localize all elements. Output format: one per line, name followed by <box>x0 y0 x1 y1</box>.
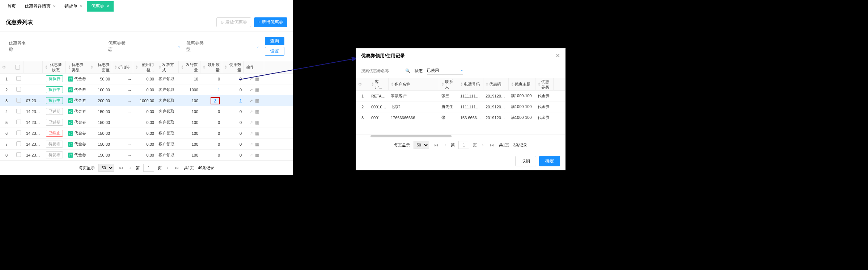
cell-claim-qty: 0 <box>200 142 222 146</box>
col-status[interactable]: ▲▼优惠券状态 <box>43 61 66 73</box>
cell-claim-qty: 3 <box>200 97 222 104</box>
table-row[interactable]: 1 待执行 代代金券 50.00 -- 0.00 客户领取 10 0 0 ↗▦ <box>0 74 293 84</box>
col-customer[interactable]: ▲▼客户... <box>369 78 389 90</box>
close-icon[interactable]: ✕ <box>80 4 82 8</box>
scrollbar-thumb[interactable] <box>371 135 452 137</box>
row-number: 6 <box>0 131 13 136</box>
settings-button[interactable]: 设置 <box>265 47 284 56</box>
cell-method: 客户领取 <box>156 152 179 158</box>
row-checkbox[interactable] <box>13 98 24 103</box>
row-checkbox[interactable] <box>13 109 24 114</box>
add-coupon-button[interactable]: 新增优惠券 <box>254 17 287 27</box>
table-row[interactable]: 6 14 23:59 已终止 代代金券 150.00 -- 0.00 客户领取 … <box>0 128 293 139</box>
row-checkbox[interactable] <box>13 130 24 136</box>
page-input[interactable] <box>458 141 469 149</box>
search-icon[interactable]: 🔍 <box>405 68 410 73</box>
page-input[interactable] <box>143 164 154 172</box>
share-icon[interactable]: ↗ <box>249 87 253 92</box>
table-row[interactable]: 7 14 23:59 待发布 代代金券 150.00 -- 0.00 客户领取 … <box>0 139 293 150</box>
claim-link[interactable]: 3 <box>214 99 216 103</box>
qrcode-icon[interactable]: ▦ <box>255 120 259 125</box>
page-last-button[interactable]: ⏭ <box>173 166 180 170</box>
modal-scrollbar[interactable] <box>356 134 565 138</box>
filter-name-input[interactable] <box>30 42 102 51</box>
col-customer-name[interactable]: ▲▼客户名称 <box>389 78 439 90</box>
col-coupon-type[interactable]: ▲▼优惠券类 <box>535 78 554 90</box>
qrcode-icon[interactable]: ▦ <box>255 76 259 82</box>
close-icon[interactable]: ✕ <box>53 4 56 8</box>
col-gear[interactable]: ⚙ <box>356 78 369 90</box>
confirm-button[interactable]: 确定 <box>539 156 560 166</box>
table-row[interactable]: 1 RETAIL... 零散客户 张三 11111111111 20191207… <box>356 91 565 101</box>
table-row[interactable]: 2 执行中 代代金券 100.00 -- 0.00 客户领取 1000 1 0 … <box>0 84 293 95</box>
table-row[interactable]: 4 14 23:59 已过期 代代金券 150.00 -- 0.00 客户领取 … <box>0 106 293 117</box>
col-checkbox[interactable] <box>13 61 24 73</box>
table-row[interactable]: 3 07 23:59 执行中 代代金券 200.00 -- 1000.00 客户… <box>0 95 293 106</box>
col-gear[interactable]: ⚙ <box>0 61 13 73</box>
col-issue-qty[interactable]: ▲▼发行数量 <box>179 61 200 73</box>
type-badge: 代代金券 <box>68 141 86 147</box>
qrcode-icon[interactable]: ▦ <box>255 87 259 92</box>
filter-status-select[interactable]: ⌄ <box>130 42 181 51</box>
col-type[interactable]: ▲▼优惠券类型 <box>66 61 88 73</box>
col-discount[interactable]: ▲▼折扣% <box>112 61 133 73</box>
issue-coupon-button[interactable]: 发放优惠券 <box>216 17 251 27</box>
tab[interactable]: 优惠券✕ <box>87 1 114 12</box>
per-page-select[interactable]: 50 <box>98 164 114 172</box>
col-phone[interactable]: ▲▼电话号码 <box>458 78 483 90</box>
page-last-button[interactable]: ⏭ <box>488 143 495 147</box>
cell-method: 客户领取 <box>156 98 179 103</box>
search-input[interactable] <box>361 67 401 74</box>
page-next-button[interactable]: › <box>480 143 485 147</box>
search-button[interactable]: 查询 <box>265 37 284 45</box>
claim-link[interactable]: 1 <box>218 88 220 92</box>
col-face-value[interactable]: ▲▼优惠券面值 <box>88 61 112 73</box>
cell-threshold: 0.00 <box>133 88 156 92</box>
table-row[interactable]: 8 14 23:59 待发布 代代金券 150.00 -- 0.00 客户领取 … <box>0 150 293 161</box>
col-code[interactable]: ▲▼优惠码 <box>483 78 509 90</box>
tab[interactable]: 首页 <box>3 1 20 12</box>
share-icon[interactable]: ↗ <box>249 98 253 103</box>
row-checkbox[interactable] <box>13 87 24 92</box>
modal-status-select[interactable]: 已使用 ⌄ <box>427 67 463 75</box>
sort-icon: ▲▼ <box>114 65 117 70</box>
col-use-qty[interactable]: ▲▼使用数量 <box>222 61 244 73</box>
checkbox-icon <box>16 98 21 103</box>
close-icon[interactable]: ✕ <box>106 4 109 8</box>
row-checkbox[interactable] <box>13 76 24 82</box>
voucher-icon: 代 <box>68 109 73 114</box>
col-claim-qty[interactable]: ▲▼领用数量 <box>200 61 222 73</box>
table-row[interactable]: 3 0001 17666666666 张 156 6666 6... 20191… <box>356 112 565 123</box>
use-link[interactable]: 1 <box>240 99 242 103</box>
row-checkbox[interactable] <box>13 120 24 125</box>
qrcode-icon[interactable]: ▦ <box>255 131 259 136</box>
close-icon[interactable]: ✕ <box>555 52 560 59</box>
tab[interactable]: 销货单✕ <box>60 1 87 12</box>
cell-type: 代代金券 <box>66 87 88 92</box>
row-checkbox[interactable] <box>13 152 24 158</box>
cell-status: 执行中 <box>43 97 66 104</box>
col-threshold[interactable]: ▲▼使用门槛... <box>133 61 156 73</box>
page-first-button[interactable]: ⏮ <box>433 143 440 147</box>
per-page-select[interactable]: 50 <box>414 141 429 149</box>
tab[interactable]: 优惠券详情页✕ <box>20 1 60 12</box>
table-row[interactable]: 5 14 23:59 已过期 代代金券 150.00 -- 0.00 客户领取 … <box>0 117 293 128</box>
col-contact[interactable]: ▲▼联系人 <box>439 78 458 90</box>
share-icon[interactable]: ↗ <box>249 76 253 82</box>
qrcode-icon[interactable]: ▦ <box>255 98 259 103</box>
page-first-button[interactable]: ⏮ <box>118 166 124 170</box>
page-label-before: 第 <box>451 142 455 148</box>
row-checkbox[interactable] <box>13 141 24 147</box>
cancel-button[interactable]: 取消 <box>515 156 536 166</box>
page-prev-button[interactable]: ‹ <box>443 143 448 147</box>
qrcode-icon[interactable]: ▦ <box>255 109 259 114</box>
filter-type-select[interactable]: ⌄ <box>208 42 259 51</box>
qrcode-icon[interactable]: ▦ <box>255 153 259 158</box>
table-row[interactable]: 2 00010001 北京1 唐先生 11111111111 20191207.… <box>356 101 565 112</box>
page-prev-button[interactable]: ‹ <box>128 166 132 170</box>
col-method[interactable]: ▲▼发放方式 <box>156 61 179 73</box>
qrcode-icon[interactable]: ▦ <box>255 142 259 147</box>
col-subject[interactable]: ▲▼优惠主题 <box>509 78 535 90</box>
cell-customer: 00010001 <box>369 105 389 109</box>
page-next-button[interactable]: › <box>165 166 170 170</box>
